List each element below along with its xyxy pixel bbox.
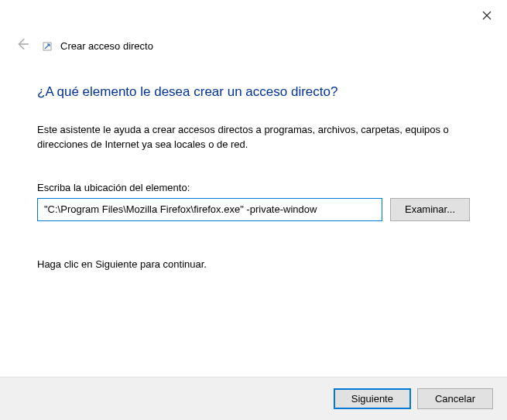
continue-instruction: Haga clic en Siguiente para continuar. xyxy=(37,258,470,270)
description-text: Este asistente le ayuda a crear accesos … xyxy=(37,123,470,152)
wizard-header: Crear acceso directo xyxy=(0,0,507,56)
location-label: Escriba la ubicación del elemento: xyxy=(37,182,470,193)
next-button[interactable]: Siguiente xyxy=(334,388,411,409)
main-heading: ¿A qué elemento le desea crear un acceso… xyxy=(37,84,470,100)
close-button[interactable] xyxy=(478,6,496,25)
cancel-button[interactable]: Cancelar xyxy=(417,388,493,409)
location-input[interactable] xyxy=(37,198,382,221)
browse-button[interactable]: Examinar... xyxy=(390,198,470,221)
shortcut-icon xyxy=(42,41,53,52)
wizard-footer: Siguiente Cancelar xyxy=(0,377,507,420)
wizard-content: ¿A qué elemento le desea crear un acceso… xyxy=(0,84,507,270)
back-arrow-icon[interactable] xyxy=(11,36,34,56)
location-input-row: Examinar... xyxy=(37,198,470,221)
window-title: Crear acceso directo xyxy=(60,40,153,52)
